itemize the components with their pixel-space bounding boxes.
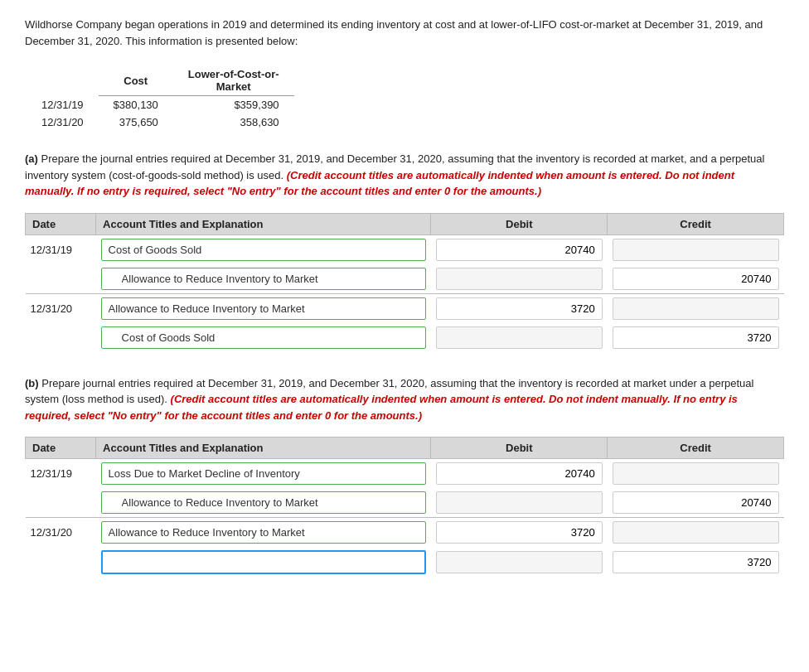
part-a-section: (a) Prepare the journal entries required… xyxy=(25,151,784,352)
account-cell-b1[interactable] xyxy=(96,459,431,489)
credit-cell-a3[interactable] xyxy=(608,293,784,323)
date-cell-a3: 12/31/20 xyxy=(26,293,96,323)
credit-cell-b2[interactable] xyxy=(608,488,784,518)
header-credit-b: Credit xyxy=(608,438,784,459)
inventory-table-section: Cost Lower-of-Cost-or- Market 12/31/19 $… xyxy=(25,65,784,131)
table-row: 12/31/19 xyxy=(26,459,784,489)
debit-cell-a2[interactable] xyxy=(431,264,608,294)
account-input-b2[interactable] xyxy=(101,491,426,514)
credit-cell-a4[interactable] xyxy=(608,323,784,352)
date-cell-b3: 12/31/20 xyxy=(26,518,96,548)
part-b-section: (b) Prepare journal entries required at … xyxy=(25,375,784,578)
date-cell-a2 xyxy=(26,264,96,294)
debit-cell-b2[interactable] xyxy=(431,488,608,518)
account-input-a1[interactable] xyxy=(101,239,426,261)
inv-date-2: 12/31/20 xyxy=(41,114,99,131)
debit-cell-b1[interactable] xyxy=(431,459,608,489)
debit-input-b2[interactable] xyxy=(436,491,603,514)
debit-cell-a4[interactable] xyxy=(431,323,608,352)
part-b-red-instruction: (Credit account titles are automatically… xyxy=(25,393,738,422)
date-cell-b2 xyxy=(26,488,96,518)
part-a-red-instruction: (Credit account titles are automatically… xyxy=(25,169,734,198)
account-cell-a1[interactable] xyxy=(96,234,431,264)
credit-input-b1[interactable] xyxy=(613,462,779,485)
credit-input-a1[interactable] xyxy=(613,239,779,261)
table-row xyxy=(26,488,784,518)
header-debit-a: Debit xyxy=(431,213,608,234)
credit-input-a4[interactable] xyxy=(613,326,779,349)
date-cell-a1: 12/31/19 xyxy=(26,234,96,264)
table-row xyxy=(26,547,784,578)
cost-header: Cost xyxy=(99,65,173,96)
header-credit-a: Credit xyxy=(608,213,784,234)
credit-cell-b1[interactable] xyxy=(608,459,784,489)
credit-input-a2[interactable] xyxy=(613,268,779,290)
credit-input-b2[interactable] xyxy=(613,491,779,514)
part-b-journal-table: Date Account Titles and Explanation Debi… xyxy=(25,437,784,578)
lcm-header: Lower-of-Cost-or- Market xyxy=(173,65,294,96)
table-row xyxy=(26,264,784,294)
account-input-a4[interactable] xyxy=(101,326,426,349)
debit-cell-a1[interactable] xyxy=(431,234,608,264)
header-account-a: Account Titles and Explanation xyxy=(96,213,431,234)
credit-cell-a2[interactable] xyxy=(608,264,784,294)
inv-row-2: 12/31/20 375,650 358,630 xyxy=(41,114,294,131)
inv-lcm-1: $359,390 xyxy=(173,96,294,114)
inv-cost-1: $380,130 xyxy=(99,96,173,114)
account-input-a2[interactable] xyxy=(101,268,426,290)
part-a-journal-table: Date Account Titles and Explanation Debi… xyxy=(25,213,784,352)
header-account-b: Account Titles and Explanation xyxy=(96,438,431,459)
part-a-label: (a) xyxy=(25,152,38,165)
debit-input-b4[interactable] xyxy=(436,551,603,573)
inv-cost-2: 375,650 xyxy=(99,114,173,131)
header-date-a: Date xyxy=(26,213,96,234)
account-input-b4[interactable] xyxy=(101,550,426,574)
credit-cell-a1[interactable] xyxy=(608,234,784,264)
inventory-table: Cost Lower-of-Cost-or- Market 12/31/19 $… xyxy=(41,65,294,131)
debit-cell-b3[interactable] xyxy=(431,518,608,548)
date-cell-a4 xyxy=(26,323,96,352)
credit-input-b3[interactable] xyxy=(613,521,779,544)
intro-text: Wildhorse Company began operations in 20… xyxy=(25,17,784,49)
table-row: 12/31/20 xyxy=(26,518,784,548)
account-cell-a3[interactable] xyxy=(96,293,431,323)
debit-input-b3[interactable] xyxy=(436,521,603,544)
debit-input-a4[interactable] xyxy=(436,326,603,349)
debit-cell-b4[interactable] xyxy=(431,547,608,578)
date-cell-b4 xyxy=(26,547,96,578)
header-date-b: Date xyxy=(26,438,96,459)
credit-input-b4[interactable] xyxy=(613,551,779,573)
account-input-b1[interactable] xyxy=(101,462,426,485)
account-input-a3[interactable] xyxy=(101,297,426,320)
part-a-instruction: (a) Prepare the journal entries required… xyxy=(25,151,784,200)
account-cell-b4[interactable] xyxy=(96,547,431,578)
table-row: 12/31/19 xyxy=(26,234,784,264)
account-cell-b3[interactable] xyxy=(96,518,431,548)
account-input-b3[interactable] xyxy=(101,521,426,544)
debit-input-a1[interactable] xyxy=(436,239,603,261)
debit-input-b1[interactable] xyxy=(436,462,603,485)
date-cell-b1: 12/31/19 xyxy=(26,459,96,489)
credit-cell-b4[interactable] xyxy=(608,547,784,578)
inv-date-1: 12/31/19 xyxy=(41,96,99,114)
account-cell-a4[interactable] xyxy=(96,323,431,352)
debit-cell-a3[interactable] xyxy=(431,293,608,323)
part-b-label: (b) xyxy=(25,377,39,389)
part-b-instruction: (b) Prepare journal entries required at … xyxy=(25,375,784,424)
account-cell-a2[interactable] xyxy=(96,264,431,294)
inv-lcm-2: 358,630 xyxy=(173,114,294,131)
header-debit-b: Debit xyxy=(431,438,608,459)
credit-input-a3[interactable] xyxy=(613,297,779,320)
debit-input-a3[interactable] xyxy=(436,297,603,320)
table-row: 12/31/20 xyxy=(26,293,784,323)
debit-input-a2[interactable] xyxy=(436,268,603,290)
account-cell-b2[interactable] xyxy=(96,488,431,518)
inv-row-1: 12/31/19 $380,130 $359,390 xyxy=(41,96,294,114)
credit-cell-b3[interactable] xyxy=(608,518,784,548)
table-row xyxy=(26,323,784,352)
